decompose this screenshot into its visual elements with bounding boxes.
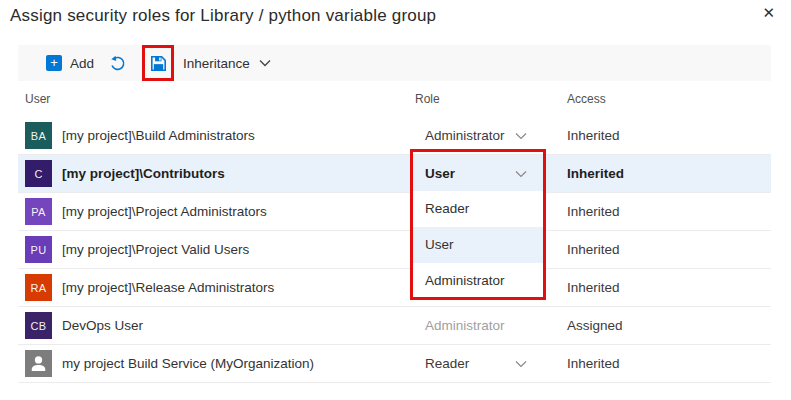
access-value: Assigned	[567, 307, 623, 344]
chevron-down-icon	[515, 170, 527, 178]
table-row[interactable]: BA [my project]\Build Administrators Adm…	[18, 117, 771, 155]
add-button-label: Add	[70, 56, 94, 71]
avatar-initials: PA	[31, 206, 45, 218]
close-icon[interactable]: ✕	[762, 3, 775, 23]
save-button[interactable]	[142, 45, 174, 81]
avatar: PA	[25, 198, 52, 225]
inheritance-label: Inheritance	[183, 56, 250, 71]
column-header-role: Role	[415, 81, 440, 117]
role-value-disabled: Administrator	[425, 307, 505, 344]
access-value: Inherited	[567, 193, 620, 230]
user-name: [my project]\Release Administrators	[62, 269, 274, 306]
table-row[interactable]: PA [my project]\Project Administrators I…	[18, 193, 771, 231]
chevron-down-icon	[515, 360, 527, 368]
chevron-down-icon	[515, 132, 527, 140]
access-value: Inherited	[567, 231, 620, 268]
role-dropdown-menu: Reader User Administrator	[413, 191, 543, 299]
table-row[interactable]: PU [my project]\Project Valid Users Inhe…	[18, 231, 771, 269]
chevron-down-icon	[259, 59, 271, 67]
avatar: PU	[25, 236, 52, 263]
role-value: User	[425, 166, 455, 181]
dropdown-option-user-highlighted[interactable]: User	[413, 227, 543, 263]
avatar: C	[25, 160, 52, 187]
access-value: Inherited	[567, 155, 624, 192]
dropdown-option-reader[interactable]: Reader	[413, 191, 543, 227]
access-value: Inherited	[567, 117, 620, 154]
assign-security-roles-dialog: Assign security roles for Library / pyth…	[0, 0, 791, 400]
user-name: my project Build Service (MyOrganization…	[62, 345, 314, 382]
access-value: Inherited	[567, 345, 620, 382]
dropdown-option-administrator[interactable]: Administrator	[413, 263, 543, 299]
undo-button[interactable]	[109, 55, 126, 72]
plus-icon: +	[46, 55, 62, 71]
avatar-initials: CB	[31, 320, 47, 332]
dialog-title: Assign security roles for Library / pyth…	[10, 6, 436, 26]
avatar	[25, 350, 52, 377]
toolbar: + Add Inheritance	[18, 45, 771, 81]
role-value: Administrator	[425, 128, 505, 143]
column-header-user: User	[25, 81, 50, 117]
person-icon	[29, 354, 48, 373]
add-button[interactable]: + Add	[46, 55, 94, 71]
save-icon	[150, 55, 167, 72]
access-value: Inherited	[567, 269, 620, 306]
inheritance-dropdown[interactable]: Inheritance	[183, 56, 271, 71]
avatar-initials: PU	[31, 244, 47, 256]
avatar: BA	[25, 122, 52, 149]
table-row[interactable]: CB DevOps User Administrator Assigned	[18, 307, 771, 345]
undo-icon	[109, 55, 126, 72]
table-body: BA [my project]\Build Administrators Adm…	[18, 117, 771, 383]
role-value: Reader	[425, 356, 469, 371]
table-header: User Role Access	[18, 81, 771, 118]
column-header-access: Access	[567, 81, 606, 117]
avatar-initials: BA	[31, 130, 46, 142]
role-select[interactable]: Reader	[425, 345, 527, 382]
user-name: [my project]\Contributors	[62, 155, 225, 192]
avatar: RA	[25, 274, 52, 301]
table-row[interactable]: RA [my project]\Release Administrators I…	[18, 269, 771, 307]
role-select[interactable]: Administrator	[425, 117, 527, 154]
table-row-selected[interactable]: C [my project]\Contributors User Inherit…	[18, 155, 771, 193]
table-row[interactable]: my project Build Service (MyOrganization…	[18, 345, 771, 383]
user-name: DevOps User	[62, 307, 143, 344]
role-select-open[interactable]: User	[425, 155, 527, 192]
user-name: [my project]\Project Valid Users	[62, 231, 249, 268]
avatar-initials: RA	[31, 282, 47, 294]
user-name: [my project]\Build Administrators	[62, 117, 255, 154]
user-name: [my project]\Project Administrators	[62, 193, 267, 230]
avatar-initials: C	[34, 168, 42, 180]
avatar: CB	[25, 312, 52, 339]
